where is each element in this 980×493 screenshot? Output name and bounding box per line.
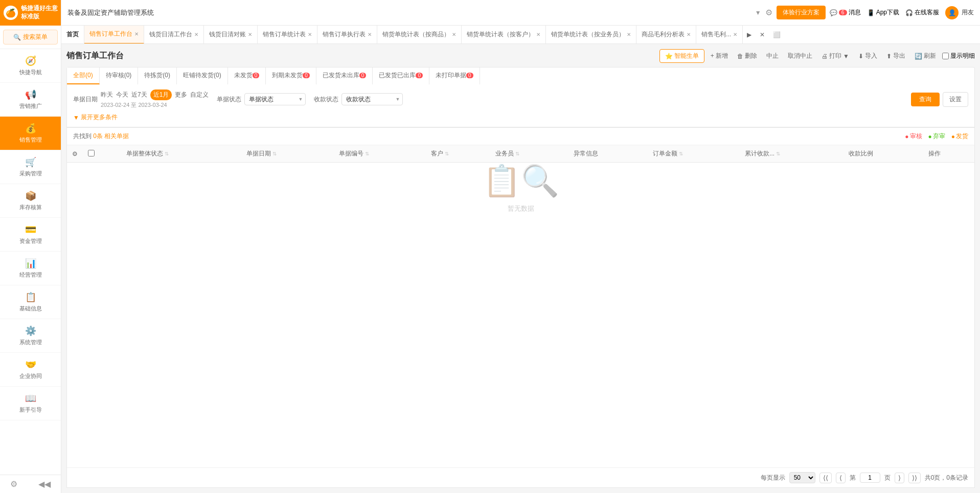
sidebar-item-营销推广[interactable]: 📢 营销推广 <box>0 83 61 117</box>
tab-close-icon[interactable]: ✕ <box>733 32 737 37</box>
settings-button[interactable]: ⚙ <box>10 479 17 489</box>
sidebar-item-销售管理[interactable]: 💰 销售管理 <box>0 117 61 150</box>
export-button[interactable]: ⬆ 导出 <box>883 50 908 62</box>
status-filter-label: 单据状态 <box>217 95 241 104</box>
page-size-select[interactable]: 102050100 <box>789 472 815 483</box>
tab-1[interactable]: 销售订单工作台✕ <box>84 26 144 44</box>
user-menu-button[interactable]: 👤 用友 <box>945 6 974 19</box>
sidebar-item-采购管理[interactable]: 🛒 采购管理 <box>0 150 61 184</box>
sub-tab-8[interactable]: 未打印单据0 <box>429 68 480 84</box>
tab-close-icon[interactable]: ✕ <box>687 32 691 37</box>
close-all-tabs[interactable]: ✕ <box>756 26 769 44</box>
sub-tab-4[interactable]: 未发货0 <box>228 68 266 84</box>
sub-tab-6[interactable]: 已发货未出库0 <box>316 68 373 84</box>
sort-salesperson[interactable]: 业务员 ⇅ <box>495 149 563 158</box>
date-option-昨天[interactable]: 昨天 <box>101 91 113 99</box>
date-option-近1月[interactable]: 近1月 <box>150 89 172 100</box>
tab-close-icon[interactable]: ✕ <box>627 32 631 37</box>
col-customer: 客户 ⇅ <box>426 145 490 163</box>
tab-close-icon[interactable]: ✕ <box>452 32 456 37</box>
sidebar-item-资金管理[interactable]: 💳 资金管理 <box>0 218 61 252</box>
date-option-今天[interactable]: 今天 <box>116 91 128 99</box>
tab-close-icon[interactable]: ✕ <box>248 32 252 37</box>
column-settings[interactable]: ⚙ <box>67 145 83 163</box>
tab-6[interactable]: 销货单统计表（按商品）✕ <box>377 26 462 44</box>
print-button[interactable]: 🖨 打印 ▼ <box>818 50 852 62</box>
column-checkbox[interactable] <box>83 145 121 163</box>
deliver-button[interactable]: ● 发货 <box>951 132 968 141</box>
tab-close-icon[interactable]: ✕ <box>536 32 540 37</box>
search-menu-button[interactable]: 🔍 搜索菜单 <box>3 30 58 44</box>
audit-button[interactable]: ● 审核 <box>905 132 922 141</box>
show-detail-checkbox-label[interactable]: 显示明细 <box>942 52 975 60</box>
col-amount: 订单金额 ⇅ <box>648 145 740 163</box>
page-number-input[interactable] <box>860 473 880 483</box>
status-select[interactable]: 单据状态 <box>244 93 306 105</box>
sort-customer[interactable]: 客户 ⇅ <box>431 149 485 158</box>
sort-amount[interactable]: 订单金额 ⇅ <box>653 149 735 158</box>
tab-4[interactable]: 销售订单统计表✕ <box>258 26 317 44</box>
sort-status[interactable]: 单据整体状态 ⇅ <box>126 149 236 158</box>
tab-8[interactable]: 销货单统计表（按业务员）✕ <box>546 26 636 44</box>
main-area: 装备及固定资产辅助管理系统 ▼ ⚙ 体验行业方案 💬 6 消息 📱 App下载 … <box>61 0 980 493</box>
delete-button[interactable]: 🗑 删除 <box>734 50 760 62</box>
payment-select[interactable]: 收款状态 <box>341 93 403 105</box>
restore-tab[interactable]: ⬜ <box>769 26 785 44</box>
new-button[interactable]: + 新增 <box>708 50 731 62</box>
date-option-更多[interactable]: 更多 <box>175 91 187 99</box>
last-page-button[interactable]: ⟩⟩ <box>908 473 921 483</box>
sub-tab-3[interactable]: 旺铺待发货(0) <box>177 68 228 84</box>
tab-close-icon[interactable]: ✕ <box>368 32 372 37</box>
smart-order-button[interactable]: ⭐ 智能生单 <box>659 49 704 63</box>
industry-solution-button[interactable]: 体验行业方案 <box>777 6 826 19</box>
select-all-checkbox[interactable] <box>88 150 95 156</box>
message-button[interactable]: 💬 6 消息 <box>830 8 861 17</box>
show-detail-checkbox[interactable] <box>942 53 949 59</box>
sidebar-item-库存核算[interactable]: 📦 库存核算 <box>0 184 61 218</box>
tab-5[interactable]: 销售订单执行表✕ <box>317 26 377 44</box>
tab-2[interactable]: 钱货日清工作台✕ <box>144 26 204 44</box>
first-page-button[interactable]: ⟨⟨ <box>819 473 832 483</box>
sidebar-item-基础信息[interactable]: 📋 基础信息 <box>0 285 61 319</box>
date-option-自定义[interactable]: 自定义 <box>190 91 209 99</box>
stop-button[interactable]: 中止 <box>763 50 782 62</box>
sub-tab-7[interactable]: 已发货已出库0 <box>373 68 429 84</box>
tab-close-icon[interactable]: ✕ <box>194 32 198 37</box>
online-service-button[interactable]: 🎧 在线客服 <box>905 8 939 17</box>
refresh-button[interactable]: 🔄 刷新 <box>911 50 939 62</box>
date-option-近7天[interactable]: 近7天 <box>131 91 147 99</box>
tab-7[interactable]: 销货单统计表（按客户）✕ <box>462 26 546 44</box>
tab-9[interactable]: 商品毛利分析表✕ <box>636 26 696 44</box>
sort-date[interactable]: 单据日期 ⇅ <box>246 149 328 158</box>
sub-tab-0[interactable]: 全部(0) <box>67 68 100 84</box>
sort-payment[interactable]: 累计收款... ⇅ <box>745 149 838 158</box>
cancel-stop-button[interactable]: 取消中止 <box>785 50 815 62</box>
column-settings-icon[interactable]: ⚙ <box>72 150 78 158</box>
set-button[interactable]: 设置 <box>943 92 968 107</box>
prev-page-button[interactable]: ⟨ <box>836 473 846 483</box>
query-button[interactable]: 查询 <box>911 93 940 106</box>
tab-close-icon[interactable]: ✕ <box>308 32 312 37</box>
tab-close-icon[interactable]: ✕ <box>134 31 139 37</box>
sidebar-item-新手引导[interactable]: 📖 新手引导 <box>0 387 61 420</box>
settings-icon[interactable]: ⚙ <box>765 8 772 17</box>
sidebar-item-系统管理[interactable]: ⚙️ 系统管理 <box>0 319 61 353</box>
tab-3[interactable]: 钱货日清对账✕ <box>204 26 258 44</box>
import-button[interactable]: ⬇ 导入 <box>855 50 880 62</box>
sub-tab-2[interactable]: 待拣货(0) <box>138 68 177 84</box>
app-download-button[interactable]: 📱 App下载 <box>867 8 899 17</box>
tab-0[interactable]: 首页 <box>61 26 84 44</box>
next-page-button[interactable]: ⟩ <box>895 473 904 483</box>
sort-number[interactable]: 单据编号 ⇅ <box>339 149 421 158</box>
sub-tab-1[interactable]: 待审核(0) <box>100 68 139 84</box>
sidebar-item-经营管理[interactable]: 📊 经营管理 <box>0 252 61 285</box>
tab-10[interactable]: 销售毛利...✕ <box>696 26 743 44</box>
sidebar-item-企业协同[interactable]: 🤝 企业协同 <box>0 353 61 387</box>
dropdown-icon[interactable]: ▼ <box>755 9 761 16</box>
tab-scroll-right[interactable]: ▶ <box>743 26 756 44</box>
unapprove-button[interactable]: ● 弃审 <box>928 132 945 141</box>
sub-tab-5[interactable]: 到期未发货0 <box>266 68 316 84</box>
expand-conditions-button[interactable]: ▼ 展开更多条件 <box>73 113 968 122</box>
sidebar-item-快捷导航[interactable]: 🧭 快捷导航 <box>0 49 61 83</box>
collapse-button[interactable]: ◀◀ <box>38 479 51 489</box>
